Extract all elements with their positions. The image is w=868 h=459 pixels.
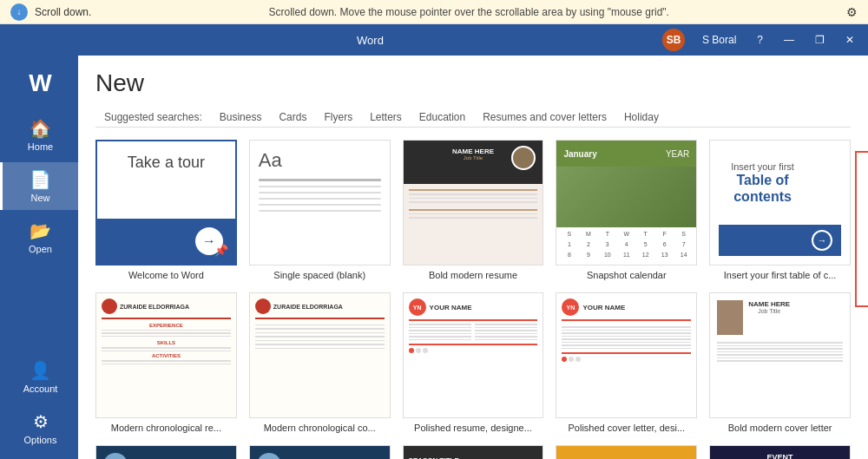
template-card-blue-person2[interactable] <box>249 445 391 459</box>
cat-holiday[interactable]: Holiday <box>615 108 667 127</box>
br-photo <box>511 146 536 170</box>
toc-content: Insert your first Table ofcontents → <box>710 141 850 265</box>
category-tabs: Suggested searches: Business Cards Flyer… <box>95 108 851 128</box>
template-card-calendar[interactable]: January YEAR S M T W T F S 1 <box>556 140 697 280</box>
template-card-event-series[interactable]: EVENTSERIESNAME Event Details <box>709 445 851 459</box>
tour-text: Take a tour <box>97 141 235 172</box>
mcc-divider <box>255 318 385 319</box>
sidebar-label-open: Open <box>29 244 52 254</box>
pc-l1 <box>562 326 691 328</box>
bc-l4 <box>717 351 843 353</box>
template-card-modern-chron-c[interactable]: ZURAIDE ELDORRIAGA Modern chronological … <box>249 292 391 433</box>
df-header: SEASON TITLE <box>404 446 543 459</box>
cat-business[interactable]: Business <box>211 108 271 127</box>
close-button[interactable]: ✕ <box>838 24 861 56</box>
pc-header: YN YOUR NAME <box>562 298 691 316</box>
template-card-orange-card[interactable]: EVENT TITLE <box>556 445 697 459</box>
cat-letters[interactable]: Letters <box>361 108 411 127</box>
cat-education[interactable]: Education <box>411 108 474 127</box>
sidebar-item-options[interactable]: ⚙ Options <box>0 404 78 452</box>
cat-flyers[interactable]: Flyers <box>315 108 361 127</box>
mcc-content: ZURAIDE ELDORRIAGA <box>250 293 390 417</box>
pc-name: YOUR NAME <box>582 304 625 311</box>
cat-resume[interactable]: Resumes and cover letters <box>474 108 615 127</box>
template-thumb-blank: Aa <box>249 140 391 266</box>
bold-resume-content: NAME HERE Job Title <box>404 141 543 265</box>
template-thumb-toc: Insert your first Table ofcontents → <box>709 140 851 266</box>
template-card-blank[interactable]: Aa Single spaced (blank) <box>249 140 391 280</box>
pin-icon: 📌 <box>214 244 228 257</box>
pc-red-line <box>562 319 691 321</box>
template-thumb-modern-chron-c: ZURAIDE ELDORRIAGA <box>249 292 391 418</box>
mcc-line-7 <box>255 348 385 350</box>
bp-content <box>96 446 236 459</box>
template-thumb-bold-cover: NAME HERE Job Title <box>709 292 851 418</box>
user-initials: SB <box>660 24 688 56</box>
template-card-bold-resume[interactable]: NAME HERE Job Title <box>403 140 544 280</box>
sidebar-item-account[interactable]: 👤 Account <box>0 353 78 401</box>
template-thumb-blue-person <box>95 445 237 459</box>
cal-cell: T <box>598 231 616 240</box>
template-thumb-tour: Take a tour → 📌 <box>95 140 237 266</box>
sidebar-item-open[interactable]: 📂 Open <box>0 213 78 261</box>
cal-cell: 7 <box>674 241 693 251</box>
cat-cards[interactable]: Cards <box>270 108 315 127</box>
pr-dots <box>409 348 538 353</box>
page-title: New <box>95 69 851 97</box>
template-thumb-blue-person2 <box>249 445 391 459</box>
bc-job: Job Title <box>748 308 790 314</box>
cal-cell: 3 <box>598 241 616 251</box>
cat-suggested[interactable]: Suggested searches: <box>95 108 211 127</box>
home-icon: 🏠 <box>30 118 51 139</box>
br-header: NAME HERE Job Title <box>404 141 543 184</box>
sidebar-label-options: Options <box>24 435 57 445</box>
template-card-polished-cover[interactable]: YN YOUR NAME <box>556 292 697 433</box>
template-label-polished-resume: Polished resume, designe... <box>403 423 544 433</box>
template-thumb-orange-card: EVENT TITLE <box>556 445 697 459</box>
sidebar: W 🏠 Home 📄 New 📂 Open 👤 Account ⚙ Option… <box>0 56 78 459</box>
sidebar-item-home[interactable]: 🏠 Home <box>0 111 78 159</box>
title-bar: Word SB S Boral ? — ❐ ✕ <box>0 24 868 56</box>
oc-header: EVENT TITLE <box>556 446 696 459</box>
template-card-toc[interactable]: Insert your first Table ofcontents → Ins… <box>709 140 851 280</box>
template-card-polished-resume[interactable]: YN YOUR NAME <box>403 292 544 433</box>
settings-icon[interactable]: ⚙ <box>846 5 858 19</box>
blank-line-5 <box>259 204 381 206</box>
template-card-blue-person[interactable] <box>95 445 237 459</box>
help-button[interactable]: ? <box>750 24 770 56</box>
pc-dots <box>562 357 691 362</box>
bc-l2 <box>717 345 843 347</box>
bc-top: NAME HERE Job Title <box>710 293 850 342</box>
cal-cell: 6 <box>655 241 674 251</box>
cal-cell: T <box>636 231 654 240</box>
bp2-avatar <box>257 453 281 459</box>
sidebar-item-word: W <box>0 62 78 108</box>
pr-l2 <box>409 327 471 329</box>
mcr-circle <box>102 298 117 314</box>
pr-r2 <box>475 327 537 329</box>
notification-left: ↓ Scroll down. <box>10 3 91 21</box>
template-card-dark-food[interactable]: SEASON TITLE <box>403 445 544 459</box>
template-card-modern-chron-r[interactable]: ZURAIDE ELDORRIAGA EXPERIENCE SKILLS ACT… <box>95 292 237 433</box>
user-avatar[interactable]: SB <box>662 29 685 51</box>
mcr-line-4 <box>102 347 231 349</box>
mcr-divider <box>102 318 231 319</box>
cal-cell: 11 <box>617 252 635 261</box>
template-card-bold-cover[interactable]: NAME HERE Job Title <box>709 292 851 433</box>
minimize-button[interactable]: — <box>777 24 801 56</box>
cal-header: January YEAR <box>556 141 696 167</box>
template-card-tour[interactable]: Take a tour → 📌 Welcome to Word <box>95 140 237 280</box>
pr-bottom-line <box>409 344 538 345</box>
pc-l4 <box>562 336 691 338</box>
mcc-header: ZURAIDE ELDORRIAGA <box>255 298 385 314</box>
tour-blue-bar: → <box>97 219 235 264</box>
pc-bottom-line <box>562 352 691 354</box>
blank-line-4 <box>259 198 381 200</box>
cal-month: January <box>563 149 596 159</box>
blank-aa: Aa <box>259 149 282 172</box>
restore-button[interactable]: ❐ <box>808 24 832 56</box>
sidebar-item-new[interactable]: 📄 New <box>0 162 78 210</box>
pr-red-line <box>409 319 538 321</box>
template-label-bold-resume: Bold modern resume <box>403 270 544 280</box>
pr-l3 <box>409 330 471 331</box>
